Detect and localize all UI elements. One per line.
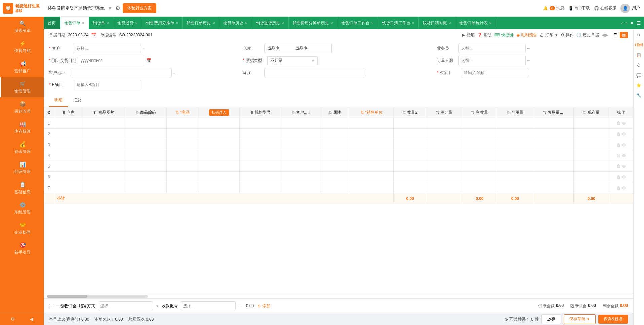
sidebar-item-sales[interactable]: 🛒 销售管理 <box>0 77 44 97</box>
invoice-type-select[interactable]: 不开票 ▼ <box>267 56 318 65</box>
sidebar-item-quick-nav[interactable]: ⚡ 快捷导航 <box>0 37 44 57</box>
copy-row-7[interactable]: ⊕ <box>622 185 626 190</box>
note-input[interactable] <box>264 68 365 77</box>
sidebar-item-base-info[interactable]: 📋 基础信息 <box>0 178 44 198</box>
discard-button[interactable]: 放弃 <box>541 314 561 324</box>
right-sidebar-comment[interactable]: 💬 <box>634 71 644 80</box>
tab-invoice[interactable]: 销货单 ✕ <box>89 17 113 29</box>
nav-left-arrow[interactable]: ‹ <box>620 20 624 26</box>
prev-record-icon[interactable]: ◀ <box>602 33 605 37</box>
delete-row-4[interactable]: 🗑 <box>616 153 621 158</box>
tab-daily-workbench[interactable]: 钱货日清工作台 ✕ <box>378 17 419 29</box>
sidebar-item-operations[interactable]: 📊 经营管理 <box>0 158 44 178</box>
tab-close-icon[interactable]: ✕ <box>106 21 109 25</box>
list-view-icon[interactable]: ☰ <box>611 32 619 38</box>
order-source-ellipsis[interactable]: ··· <box>527 58 530 63</box>
tab-close-icon[interactable]: ✕ <box>371 21 374 25</box>
receipt-account-input[interactable] <box>181 301 236 310</box>
delivery-date-calendar-icon[interactable]: 📅 <box>146 58 151 63</box>
salesperson-input[interactable] <box>458 44 526 53</box>
order-source-input[interactable] <box>458 56 526 65</box>
b-project-input[interactable] <box>74 80 141 89</box>
tab-close-icon[interactable]: ✕ <box>448 21 451 25</box>
collapse-icon[interactable]: ◀ <box>30 316 33 322</box>
settings-icon[interactable]: ⚙ <box>115 5 120 11</box>
customer-input[interactable] <box>74 44 141 53</box>
scrollbar[interactable] <box>44 294 633 298</box>
right-sidebar-settings[interactable]: ⚙ <box>634 30 644 40</box>
nav-menu-icon[interactable]: ☰ <box>636 20 642 26</box>
warehouse-input[interactable] <box>264 44 332 53</box>
tab-close-icon[interactable]: ✕ <box>489 21 492 25</box>
solution-button[interactable]: 体验行业方案 <box>123 3 156 13</box>
tab-sales-return[interactable]: 销货退货 ✕ <box>113 17 142 29</box>
salesperson-ellipsis[interactable]: ··· <box>527 46 530 51</box>
right-sidebar-timer[interactable]: ⏱ <box>634 60 644 70</box>
payment-method-input[interactable] <box>98 301 153 310</box>
tab-close-icon[interactable]: ✕ <box>212 21 215 25</box>
copy-row-4[interactable]: ⊕ <box>622 153 626 158</box>
tab-order-workbench[interactable]: 销售订单工作台 ✕ <box>337 17 378 29</box>
delete-row-2[interactable]: 🗑 <box>616 131 621 136</box>
nav-close-all[interactable]: ✕ <box>629 20 635 26</box>
sidebar-item-inventory[interactable]: 🏭 库存核算 <box>0 118 44 138</box>
tab-sales-fee[interactable]: 销售费用分摊单 ✕ <box>142 17 183 29</box>
col-settings[interactable]: ⚙ <box>44 107 54 118</box>
tab-close-icon[interactable]: ✕ <box>82 21 84 25</box>
save-new-button[interactable]: 保存&新增 <box>598 315 628 324</box>
tab-reconcile[interactable]: 钱货日清对账 ✕ <box>419 17 455 29</box>
operation-btn[interactable]: ⚙ 操作 <box>561 32 574 38</box>
right-sidebar-star[interactable]: ⭐ <box>634 81 644 90</box>
shortcut-btn[interactable]: ⌨ 快捷键 <box>494 32 514 38</box>
tab-close-icon[interactable]: ✕ <box>135 21 138 25</box>
tab-return-history[interactable]: 销货退货历史 ✕ <box>252 17 289 29</box>
delivery-date-input[interactable] <box>78 56 145 65</box>
tab-order-stats[interactable]: 销售订单统计表 ✕ <box>455 17 496 29</box>
print-btn[interactable]: 🖨 打印 ▼ <box>540 32 558 38</box>
right-sidebar-add-material[interactable]: + 物料 <box>634 40 644 50</box>
tab-sales-order-history[interactable]: 销售订单历史 ✕ <box>183 17 219 29</box>
tab-close-icon[interactable]: ✕ <box>281 21 284 25</box>
sidebar-item-finance[interactable]: 💰 资金管理 <box>0 138 44 158</box>
tab-close-icon[interactable]: ✕ <box>412 21 414 25</box>
sidebar-item-system[interactable]: ⚙️ 系统管理 <box>0 198 44 218</box>
addr-ellipsis[interactable]: ··· <box>173 70 176 75</box>
delete-row-3[interactable]: 🗑 <box>616 142 621 147</box>
calendar-icon[interactable]: 📅 <box>91 33 96 37</box>
sidebar-item-cooperation[interactable]: 🤝 企业协同 <box>0 218 44 239</box>
history-btn[interactable]: 🕐 历史单据 <box>576 32 599 38</box>
sidebar-item-marketing[interactable]: 📢 营销推广 <box>0 57 44 77</box>
receipt-ellipsis[interactable]: ··· <box>238 303 242 308</box>
tab-close-icon[interactable]: ✕ <box>245 21 248 25</box>
tab-fee-history[interactable]: 销售费用分摊单历史 ✕ <box>289 17 337 29</box>
copy-row-1[interactable]: ⊕ <box>622 121 626 126</box>
delete-row-1[interactable]: 🗑 <box>616 121 621 126</box>
customer-ellipsis[interactable]: ··· <box>142 46 146 51</box>
copy-row-5[interactable]: ⊕ <box>622 164 626 169</box>
tab-close-icon[interactable]: ✕ <box>176 21 178 25</box>
sidebar-item-purchase[interactable]: 📦 采购管理 <box>0 97 44 118</box>
settings-bottom-icon[interactable]: ⚙ <box>11 316 15 322</box>
delete-row-5[interactable]: 🗑 <box>616 164 621 169</box>
add-deposit-btn[interactable]: ⊕ 添加 <box>258 303 270 309</box>
scan-button[interactable]: 扫码录入 <box>209 109 229 116</box>
right-sidebar-clipboard[interactable]: 📋 <box>634 50 644 60</box>
next-record-icon[interactable]: ▶ <box>605 33 608 37</box>
one-click-deposit-checkbox[interactable] <box>49 304 53 308</box>
save-draft-button[interactable]: 保存草稿 ▼ <box>564 314 596 324</box>
delete-row-6[interactable]: 🗑 <box>616 174 621 179</box>
profit-btn[interactable]: ◉ 毛利预告 <box>516 32 537 38</box>
nav-right-arrow[interactable]: › <box>624 20 628 26</box>
tab-detail[interactable]: 明细 <box>49 95 68 107</box>
user-avatar-item[interactable]: 👤 用户 <box>620 4 640 13</box>
scrollbar-thumb[interactable] <box>47 295 87 298</box>
app-download-item[interactable]: 📱 App下载 <box>568 5 590 11</box>
a-project-input[interactable] <box>461 68 528 77</box>
tab-sales-order[interactable]: 销售订单 ✕ <box>60 17 89 29</box>
copy-row-2[interactable]: ⊕ <box>622 131 626 136</box>
view-btn[interactable]: ▶ 视频 <box>462 32 475 38</box>
tab-close-icon[interactable]: ✕ <box>330 21 333 25</box>
tab-summary[interactable]: 汇总 <box>68 95 87 107</box>
copy-row-3[interactable]: ⊕ <box>622 142 626 147</box>
customer-addr-input[interactable] <box>71 68 172 77</box>
